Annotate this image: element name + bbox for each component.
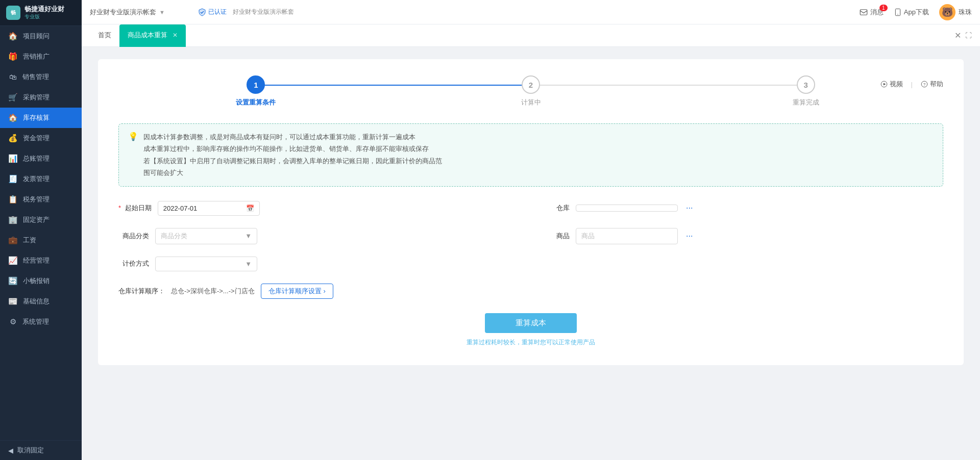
user-profile[interactable]: 🐻 珠珠 xyxy=(939,4,972,20)
product-input[interactable]: 商品 xyxy=(576,228,678,244)
svg-rect-1 xyxy=(895,9,900,15)
warehouse-group: 仓库 ··· xyxy=(539,203,943,213)
sidebar-item-purchase[interactable]: 🛒 采购管理 xyxy=(0,87,82,108)
svg-text:?: ? xyxy=(923,82,925,87)
accounting-icon: 📊 xyxy=(8,154,18,163)
message-button[interactable]: 消息 1 xyxy=(859,8,884,17)
main-content: 好业财专业版演示帐套 ▼ 已认证 好业财专业版演示帐套 消息 1 xyxy=(82,0,980,460)
category-label: 商品分类 xyxy=(118,232,149,241)
tab-home[interactable]: 首页 xyxy=(90,24,119,47)
sidebar-item-operations[interactable]: 📈 经营管理 xyxy=(0,250,82,271)
sidebar-item-label: 采购管理 xyxy=(23,93,50,102)
recalc-button[interactable]: 重算成本 xyxy=(485,313,577,333)
topbar: 好业财专业版演示帐套 ▼ 已认证 好业财专业版演示帐套 消息 1 xyxy=(82,0,980,24)
sidebar-item-accounting[interactable]: 📊 总账管理 xyxy=(0,148,82,169)
form-row-1: * 起始日期 2022-07-01 📅 仓库 ··· xyxy=(118,201,943,216)
sidebar-item-project[interactable]: 🏠 项目顾问 xyxy=(0,26,82,46)
product-label: 商品 xyxy=(539,232,570,241)
sidebar-item-sales[interactable]: 🛍 销售管理 xyxy=(0,67,82,87)
sidebar-item-invoice[interactable]: 🧾 发票管理 xyxy=(0,169,82,189)
product-group: 商品 商品 ··· xyxy=(539,228,943,244)
sidebar-cancel-fixed[interactable]: ◀ 取消固定 xyxy=(0,440,82,460)
info-icon: 💡 xyxy=(128,132,138,141)
video-link[interactable]: 视频 xyxy=(880,80,903,89)
tab-recalc[interactable]: 商品成本重算 ✕ xyxy=(119,24,186,47)
username-label: 珠珠 xyxy=(959,8,972,17)
sidebar-item-marketing[interactable]: 🎁 营销推广 xyxy=(0,46,82,67)
verified-text: 已认证 xyxy=(208,8,227,16)
expense-icon: 🔄 xyxy=(8,276,18,286)
sidebar-item-label: 发票管理 xyxy=(23,174,50,184)
info-text: 因成本计算参数调整，或是对商品成本有疑问时，可以通过成本重算功能，重新计算一遍成… xyxy=(143,131,442,179)
warehouse-input[interactable] xyxy=(576,205,678,212)
assets-icon: 🏢 xyxy=(8,215,18,224)
sidebar-edition: 专业版 xyxy=(24,13,64,20)
tabbar: 首页 商品成本重算 ✕ ✕ ⛶ xyxy=(82,24,980,47)
sidebar-logo-text: 畅 xyxy=(11,9,16,16)
marketing-icon: 🎁 xyxy=(8,52,18,61)
help-label: 帮助 xyxy=(930,80,943,89)
app-download-button[interactable]: App下载 xyxy=(894,8,929,17)
close-window-icon[interactable]: ✕ xyxy=(954,31,961,40)
price-method-label: 计价方式 xyxy=(118,259,149,268)
sidebar-item-label: 资金管理 xyxy=(23,134,50,143)
info-line-1: 因成本计算参数调整，或是对商品成本有疑问时，可以通过成本重算功能，重新计算一遍成… xyxy=(143,131,442,143)
category-select[interactable]: 商品分类 ▼ xyxy=(155,228,257,244)
info-line-2: 成本重算过程中，影响库存账的操作均不能操作，比如进货单、销货单、库存单据不能审核… xyxy=(143,143,442,155)
sidebar-item-label: 税务管理 xyxy=(23,195,50,204)
step-2-label: 计算中 xyxy=(521,98,541,107)
tab-close-icon[interactable]: ✕ xyxy=(173,32,178,39)
form-row-2: 商品分类 商品分类 ▼ 商品 商品 ··· xyxy=(118,228,943,244)
start-date-value: 2022-07-01 xyxy=(163,205,242,212)
sidebar-item-tax[interactable]: 📋 税务管理 xyxy=(0,189,82,210)
start-date-input[interactable]: 2022-07-01 📅 xyxy=(158,201,260,216)
category-chevron-icon: ▼ xyxy=(245,232,252,240)
sidebar-item-assets[interactable]: 🏢 固定资产 xyxy=(0,210,82,230)
sidebar-logo: 畅 xyxy=(6,6,20,20)
recalc-btn-label: 重算成本 xyxy=(516,318,546,327)
price-method-select[interactable]: ▼ xyxy=(155,257,257,271)
svg-rect-0 xyxy=(860,9,867,15)
start-date-group: * 起始日期 2022-07-01 📅 xyxy=(118,201,523,216)
maximize-window-icon[interactable]: ⛶ xyxy=(965,32,972,39)
steps-actions: 视频 | ? 帮助 xyxy=(880,80,943,89)
step-1: 1 设置重算条件 xyxy=(118,75,394,107)
warehouse-order-chevron-icon: › xyxy=(324,287,326,295)
purchase-icon: 🛒 xyxy=(8,93,18,102)
mobile-icon xyxy=(894,8,902,17)
calendar-icon[interactable]: 📅 xyxy=(246,205,254,212)
sidebar-item-label: 小畅报销 xyxy=(23,276,50,286)
cancel-fixed-icon: ◀ xyxy=(8,447,13,454)
warehouse-more-btn[interactable]: ··· xyxy=(684,203,695,213)
product-placeholder: 商品 xyxy=(581,232,672,241)
step-1-label: 设置重算条件 xyxy=(236,98,276,107)
step-3-label: 重算完成 xyxy=(793,98,819,107)
step-2: 2 计算中 xyxy=(394,75,669,107)
sidebar-item-expense[interactable]: 🔄 小畅报销 xyxy=(0,271,82,291)
svg-point-2 xyxy=(897,14,898,14)
warehouse-order-value: 总仓->深圳仓库->...->门店仓 xyxy=(171,287,255,296)
sidebar-item-system[interactable]: ⚙ 系统管理 xyxy=(0,312,82,332)
warehouse-order-btn[interactable]: 仓库计算顺序设置 › xyxy=(261,284,333,299)
svg-marker-4 xyxy=(883,83,886,86)
finance-icon: 💰 xyxy=(8,134,18,143)
sidebar-item-inventory[interactable]: 🏠 库存核算 xyxy=(0,108,82,128)
topbar-actions: 消息 1 App下载 🐻 珠珠 xyxy=(859,4,972,20)
account-name: 好业财专业版演示帐套 xyxy=(90,8,156,17)
sidebar-item-finance[interactable]: 💰 资金管理 xyxy=(0,128,82,148)
sidebar-item-salary[interactable]: 💼 工资 xyxy=(0,230,82,250)
message-icon xyxy=(859,8,868,17)
account-selector[interactable]: 好业财专业版演示帐套 ▼ xyxy=(90,8,192,17)
message-badge: 1 xyxy=(879,5,888,11)
warehouse-order-btn-label: 仓库计算顺序设置 xyxy=(268,287,322,296)
recalc-hint: 重算过程耗时较长，重算时您可以正常使用产品 xyxy=(467,338,595,347)
price-method-chevron-icon: ▼ xyxy=(245,260,252,268)
sidebar-item-basic[interactable]: 📰 基础信息 xyxy=(0,291,82,312)
help-link[interactable]: ? 帮助 xyxy=(921,80,943,89)
step-1-circle: 1 xyxy=(247,75,265,94)
topbar-account-verified-label: 好业财专业版演示帐套 xyxy=(233,8,294,16)
step-2-circle: 2 xyxy=(522,75,540,94)
sidebar-item-label: 销售管理 xyxy=(22,72,49,82)
product-more-btn[interactable]: ··· xyxy=(684,232,695,241)
info-box: 💡 因成本计算参数调整，或是对商品成本有疑问时，可以通过成本重算功能，重新计算一… xyxy=(118,123,943,187)
